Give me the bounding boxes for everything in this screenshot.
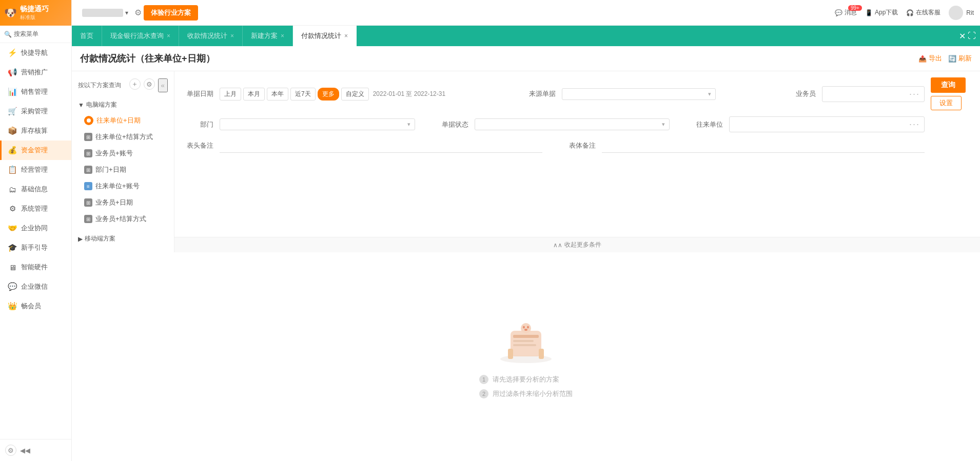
empty-illustration <box>495 315 557 367</box>
footer-collapse-btn[interactable]: ◀◀ <box>19 445 31 456</box>
sidebar-item-collab[interactable]: 🤝 企业协同 <box>0 218 71 238</box>
finance-icon: 💰 <box>8 146 17 155</box>
scheme-item-partner-date[interactable]: 往来单位+日期 <box>72 112 174 129</box>
date-btn-this-month[interactable]: 本月 <box>243 88 265 101</box>
tab-receipt-stats[interactable]: 收款情况统计 × <box>179 26 243 46</box>
scheme-collapse-btn[interactable]: « <box>158 78 168 92</box>
service-icon: 🎧 <box>906 9 914 16</box>
tab-receipt-close[interactable]: × <box>230 32 234 39</box>
topbar-right: 💬 消息 99+ 📱 App下载 🎧 在线客服 Rit <box>835 6 974 20</box>
collapse-bar[interactable]: ∧∧ 收起更多条件 <box>174 237 980 252</box>
doc-status-chevron: ▾ <box>662 121 665 128</box>
sidebar-item-hardware[interactable]: 🖥 智能硬件 <box>0 257 71 277</box>
mobile-section-title[interactable]: ▶ 移动端方案 <box>72 231 174 246</box>
sidebar-item-operation[interactable]: 📋 经营管理 <box>0 160 71 179</box>
topbar-service[interactable]: 🎧 在线客服 <box>906 8 940 17</box>
scheme-item-salesman-date[interactable]: ⊞ 业务员+日期 <box>72 194 174 211</box>
date-options: 上月 本月 本年 近7天 更多 自定义 2022-01-01 至 2022-12… <box>220 88 445 101</box>
partner-select[interactable]: ··· <box>729 116 925 132</box>
scheme-desktop-title[interactable]: ▼ 电脑端方案 <box>72 97 174 112</box>
tab-new-scheme[interactable]: 新建方案 × <box>243 26 293 46</box>
export-btn[interactable]: 📤 导出 <box>918 54 942 63</box>
svg-rect-2 <box>511 331 541 356</box>
tabbar: 首页 现金银行流水查询 × 收款情况统计 × 新建方案 × 付款情况统计 × ✕… <box>72 26 980 46</box>
scheme-item-partner-settle[interactable]: ⊞ 往来单位+结算方式 <box>72 129 174 145</box>
source-label: 来源单据 <box>525 89 556 98</box>
date-btn-7days[interactable]: 近7天 <box>290 88 316 101</box>
sidebar-logo-text: 畅捷通巧 <box>20 5 49 14</box>
scheme-item-dept-date[interactable]: ⊞ 部门+日期 <box>72 162 174 178</box>
collapse-up-icon: ∧∧ <box>553 242 562 249</box>
system-icon: ⚙ <box>8 204 17 213</box>
tab-close-all-btn[interactable]: ✕ <box>959 31 966 41</box>
nav-icon: ⚡ <box>8 48 17 57</box>
sidebar-item-member[interactable]: 👑 畅会员 <box>0 296 71 316</box>
source-select[interactable]: ▾ <box>562 88 716 100</box>
mobile-label: 移动端方案 <box>85 234 115 243</box>
filter-settings-btn[interactable]: 设置 <box>931 96 962 110</box>
company-selector[interactable]: ▾ <box>78 7 132 19</box>
tab-payment-close[interactable]: × <box>344 32 348 39</box>
scheme-item-salesman-settle[interactable]: ⊞ 业务员+结算方式 <box>72 211 174 227</box>
refresh-btn[interactable]: 🔄 刷新 <box>948 54 972 63</box>
doc-status-select[interactable]: ▾ <box>475 118 670 130</box>
topbar-app-download[interactable]: 📱 App下载 <box>865 8 898 17</box>
sidebar-item-wechat[interactable]: 💬 企业微信 <box>0 277 71 296</box>
sidebar-item-label: 资金管理 <box>21 146 48 155</box>
sidebar-item-sales[interactable]: 📊 销售管理 <box>0 82 71 102</box>
mobile-arrow: ▶ <box>78 235 83 243</box>
dept-select[interactable]: ▾ <box>220 118 415 130</box>
trial-btn[interactable]: 体验行业方案 <box>144 5 198 21</box>
table-icon: ⊞ <box>84 133 92 141</box>
body-note-input[interactable] <box>602 138 925 153</box>
date-btn-more[interactable]: 更多 <box>318 88 339 101</box>
tab-bank-flow[interactable]: 现金银行流水查询 × <box>102 26 179 46</box>
content: 付款情况统计（往来单位+日期） 📤 导出 🔄 刷新 按以下方案查询 ＋ <box>72 46 980 461</box>
date-range: 2022-01-01 至 2022-12-31 <box>373 90 445 98</box>
topbar-messages[interactable]: 💬 消息 99+ <box>835 8 857 17</box>
scheme-item-salesman-account[interactable]: ⊞ 业务员+账号 <box>72 145 174 162</box>
scheme-header-actions: ＋ ⚙ « <box>129 78 168 92</box>
svg-rect-4 <box>513 340 534 342</box>
sidebar-item-inventory[interactable]: 📦 库存核算 <box>0 121 71 141</box>
sidebar-item-purchase[interactable]: 🛒 采购管理 <box>0 102 71 121</box>
tab-maximize-btn[interactable]: ⛶ <box>968 31 976 41</box>
header-note-input[interactable] <box>220 138 542 153</box>
tab-bank-flow-close[interactable]: × <box>167 32 170 39</box>
sidebar-item-system[interactable]: ⚙ 系统管理 <box>0 199 71 218</box>
sidebar-item-label: 企业微信 <box>21 282 48 291</box>
basic-icon: 🗂 <box>8 185 17 194</box>
sidebar-item-finance[interactable]: 💰 资金管理 <box>0 141 71 160</box>
tip-text-1: 请先选择要分析的方案 <box>493 375 559 384</box>
sidebar-item-guide[interactable]: 🎓 新手引导 <box>0 238 71 257</box>
collab-icon: 🤝 <box>8 224 17 233</box>
filter-row-3: 表头备注 表体备注 <box>183 138 972 153</box>
table-icon: ⊞ <box>84 215 92 223</box>
sidebar-item-marketing[interactable]: 📢 营销推广 <box>0 63 71 82</box>
svg-point-6 <box>521 323 531 333</box>
footer-settings-btn[interactable]: ⚙ <box>5 445 16 456</box>
scheme-add-btn[interactable]: ＋ <box>129 78 141 90</box>
topbar-settings-icon[interactable]: ⚙ <box>134 8 142 17</box>
app-icon: 📱 <box>865 9 873 16</box>
main-area: ▾ ⚙ 体验行业方案 💬 消息 99+ 📱 App下载 🎧 在线客服 Rit <box>72 0 980 461</box>
query-btn[interactable]: 查询 <box>931 77 966 93</box>
sidebar-item-nav[interactable]: ⚡ 快捷导航 <box>0 43 71 63</box>
salesman-select[interactable]: ··· <box>822 86 925 102</box>
date-btn-custom[interactable]: 自定义 <box>341 88 369 101</box>
body-note-label: 表体备注 <box>565 141 596 150</box>
scheme-item-partner-account[interactable]: ≡ 往来单位+账号 <box>72 178 174 194</box>
tab-payment-stats[interactable]: 付款情况统计 × <box>293 26 357 46</box>
date-btn-this-year[interactable]: 本年 <box>267 88 288 101</box>
tab-new-scheme-close[interactable]: × <box>281 32 284 39</box>
user-area[interactable]: Rit <box>949 6 974 20</box>
sidebar-item-basic[interactable]: 🗂 基础信息 <box>0 179 71 199</box>
scheme-item-label: 往来单位+日期 <box>96 116 141 125</box>
date-btn-last-month[interactable]: 上月 <box>220 88 241 101</box>
tab-home[interactable]: 首页 <box>72 26 102 46</box>
tab-home-label: 首页 <box>80 31 93 41</box>
partner-label: 往来单位 <box>692 120 723 129</box>
operation-icon: 📋 <box>8 165 17 174</box>
sidebar-search[interactable]: 🔍 搜索菜单 <box>0 26 71 43</box>
scheme-settings-btn[interactable]: ⚙ <box>144 78 155 90</box>
